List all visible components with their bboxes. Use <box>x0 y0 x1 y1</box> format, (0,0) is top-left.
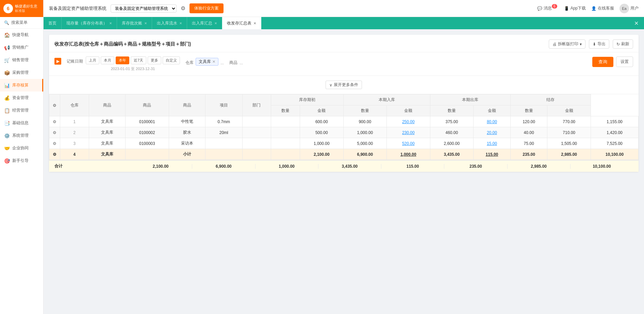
trial-button[interactable]: 体验行业方案 <box>189 3 224 13</box>
row-out-qty-1[interactable]: 20.00 <box>474 127 511 138</box>
export-button[interactable]: ⬇ 导出 <box>589 39 609 49</box>
row-gear-0[interactable]: ⚙ <box>49 116 60 127</box>
row-warehouse-1: 文具库 <box>89 127 125 138</box>
print-button[interactable]: 🖨 拆帐版打印 ▾ <box>549 39 585 49</box>
refresh-icon: ↻ <box>616 42 620 47</box>
sidebar-header: 6 畅捷通好生意 标准版 <box>0 0 43 17</box>
row-code-0: 0100001 <box>126 116 169 127</box>
subtotal-gear[interactable]: ⚙ <box>49 149 60 160</box>
row-in-qty-2[interactable]: 520.00 <box>387 138 430 149</box>
sidebar-item-marketing[interactable]: 📢 营销推广 <box>0 41 43 54</box>
date-btn-this-month[interactable]: 本月 <box>101 56 114 64</box>
sidebar-label-quick-nav: 快捷导航 <box>12 32 29 38</box>
total-out-qty: 115.00 <box>381 164 444 169</box>
expand-label: 展开更多条件 <box>334 82 358 88</box>
row-in-amt-0: 375.00 <box>430 116 474 127</box>
tab-flow-close[interactable]: ✕ <box>179 21 182 25</box>
sidebar-item-purchase[interactable]: 📦 采购管理 <box>0 66 43 79</box>
total-out-amt: 235.00 <box>444 164 507 169</box>
message-icon: 💬 <box>537 6 542 11</box>
warehouse-more[interactable]: ... <box>220 59 224 65</box>
row-project-2 <box>242 138 271 149</box>
tab-home[interactable]: 首页 <box>44 17 62 29</box>
tab-batch[interactable]: 库存批次账 ✕ <box>117 17 152 29</box>
total-label: 合计 <box>54 163 122 169</box>
date-btn-this-year[interactable]: 本年 <box>116 56 129 64</box>
col-settings-header[interactable]: ⚙ <box>49 95 60 116</box>
row-name-0: 中性笔 <box>169 116 205 127</box>
goods-more[interactable]: ... <box>240 59 243 65</box>
tab-summary-close[interactable]: ✕ <box>214 21 217 25</box>
tab-batch-close[interactable]: ✕ <box>144 21 147 25</box>
sidebar-item-inventory[interactable]: 📊 库存核算 <box>0 79 43 92</box>
row-bal-qty-0: 770.00 <box>547 116 591 127</box>
tab-recv-send-close[interactable]: ✕ <box>253 21 256 25</box>
row-project-0 <box>242 116 271 127</box>
filter-toggle-button[interactable]: ▶ <box>54 58 61 65</box>
row-out-qty-2[interactable]: 15.00 <box>474 138 511 149</box>
settings-icon[interactable]: ⚙ <box>181 5 185 12</box>
sidebar-label-sales: 销售管理 <box>12 57 29 63</box>
tab-home-label: 首页 <box>48 20 56 26</box>
user-menu[interactable]: Ea 用户 <box>620 4 639 13</box>
warehouse-tag-close[interactable]: ✕ <box>212 60 215 64</box>
tab-flow[interactable]: 出入库流水 ✕ <box>152 17 187 29</box>
table-row: ⚙ 3 文具库 0100003 采访本 1,000.00 5,000.00 52… <box>49 138 639 149</box>
row-gear-1[interactable]: ⚙ <box>49 127 60 138</box>
row-out-qty-0[interactable]: 80.00 <box>474 116 511 127</box>
app-edition: 标准版 <box>15 9 37 13</box>
message-label: 消息 <box>544 5 552 11</box>
table-body: ⚙ 1 文具库 0100001 中性笔 0.7mm 600.00 900.00 … <box>49 116 639 160</box>
date-filter-group: 记账日期 上月 本月 本年 近7天 更多 自定义 2023-01-01 至 20… <box>67 56 180 71</box>
refresh-button[interactable]: ↻ 刷新 <box>613 39 633 49</box>
sidebar-item-basic[interactable]: 📑 基础信息 <box>0 117 43 129</box>
online-service-button[interactable]: 👤 在线客服 <box>591 5 614 11</box>
app-download-button[interactable]: 📱 App下载 <box>564 5 586 11</box>
filter-settings-button[interactable]: 设置 <box>616 56 633 67</box>
row-in-amt-2: 2,600.00 <box>430 138 474 149</box>
expand-conditions-button[interactable]: ∨ 展开更多条件 <box>326 81 362 89</box>
system-selector[interactable]: 装备及固定资产辅助管理系统 <box>111 4 177 13</box>
total-bal-qty: 2,985.00 <box>508 164 571 169</box>
subtotal-bal-qty: 2,985.00 <box>547 149 591 160</box>
sidebar-item-guide[interactable]: 🎯 新手引导 <box>0 154 43 167</box>
subtotal-out-amt: 235.00 <box>510 149 547 160</box>
tabbar-close-all[interactable]: ✕ <box>629 20 644 27</box>
row-out-amt-2: 75.00 <box>510 138 547 149</box>
sidebar-item-system[interactable]: ⚙️ 系统管理 <box>0 129 43 142</box>
sidebar-label-guide: 新手引导 <box>12 158 29 164</box>
query-button[interactable]: 查询 <box>592 57 613 67</box>
sidebar-item-quick-nav[interactable]: 🏠 快捷导航 <box>0 29 43 41</box>
col-bal-qty-header: 数量 <box>510 105 547 116</box>
sidebar-item-business[interactable]: 📋 经营管理 <box>0 104 43 117</box>
tab-flow-label: 出入库流水 <box>157 20 177 26</box>
sidebar-item-finance[interactable]: 💰 资金管理 <box>0 92 43 104</box>
row-in-qty-0[interactable]: 250.00 <box>387 116 430 127</box>
sidebar-item-search[interactable]: 🔍 搜索菜单 <box>0 17 43 29</box>
row-bal-amt-1: 1,420.00 <box>591 127 638 138</box>
sidebar-item-sales[interactable]: 🛒 销售管理 <box>0 54 43 66</box>
row-spec-1: 20ml <box>205 127 242 138</box>
date-btn-7days[interactable]: 近7天 <box>131 56 146 64</box>
date-btn-last-month[interactable]: 上月 <box>86 56 99 64</box>
tab-inventory-dist-close[interactable]: ✕ <box>109 21 112 25</box>
subtotal-dept <box>271 149 300 160</box>
row-in-qty-1[interactable]: 230.00 <box>387 127 430 138</box>
row-out-amt-0: 120.00 <box>510 116 547 127</box>
service-icon: 👤 <box>591 6 596 11</box>
col-dept-header: 部门 <box>242 95 271 116</box>
message-button[interactable]: 💬 消息 6 <box>537 5 559 11</box>
tab-summary[interactable]: 出入库汇总 ✕ <box>187 17 222 29</box>
date-btn-custom[interactable]: 自定义 <box>163 56 180 64</box>
row-in-amt-1: 460.00 <box>430 127 474 138</box>
subtotal-out-qty[interactable]: 115.00 <box>474 149 511 160</box>
guide-icon: 🎯 <box>4 158 10 164</box>
date-btn-more[interactable]: 更多 <box>148 56 161 64</box>
tab-inventory-dist[interactable]: 现存量（库存分布表） ✕ <box>62 17 117 29</box>
row-gear-2[interactable]: ⚙ <box>49 138 60 149</box>
subtotal-in-qty[interactable]: 1,000.00 <box>387 149 430 160</box>
sidebar-item-coop[interactable]: 🤝 企业协同 <box>0 142 43 154</box>
total-inv-qty: 2,100.00 <box>129 164 192 169</box>
tab-recv-send[interactable]: 收发存汇总表 ✕ <box>222 17 261 29</box>
main-content: 收发存汇总表(按仓库＋商品编码＋商品＋规格型号＋项目＋部门) 🖨 拆帐版打印 ▾… <box>44 29 644 314</box>
